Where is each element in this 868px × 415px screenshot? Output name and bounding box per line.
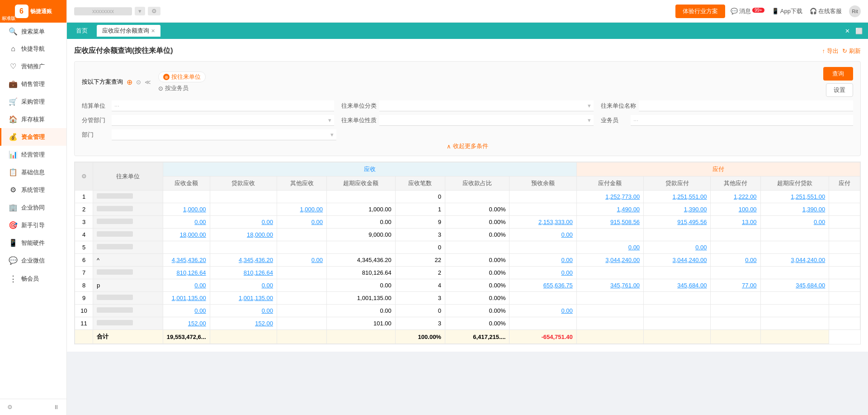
col-settings[interactable]: ⚙ [75,162,93,191]
cell-ap-overdue: 1,251,551.00 [760,191,829,203]
tab-home[interactable]: 首页 [71,25,93,37]
cell-ar-ratio: 0.00% [445,203,509,216]
collapse-btn[interactable]: ∧ 收起更多条件 [82,142,853,150]
cell-ap-amount: 3,044,240.00 [576,254,643,267]
sidebar-collapse-icon[interactable]: ⏸ [53,404,59,410]
sidebar-label-corp: 企业协同 [21,204,45,212]
sidebar-item-inventory[interactable]: 🏠 库存核算 [0,110,66,128]
sidebar-item-sales[interactable]: 💼 销售管理 [0,75,66,93]
cell-ar-count: 0 [395,241,445,254]
user-avatar[interactable]: Rit [849,5,861,17]
footer-ap-total: -654,751.40 [509,330,576,344]
cell-ap-other [711,305,760,317]
basic-icon: 📋 [9,168,18,176]
tab-ar-query[interactable]: 应收应付余额查询 ✕ [97,25,160,37]
cell-ar-ratio [445,191,509,203]
cell-ar-amount [163,241,210,254]
cell-ar-prepay: 0.00 [509,229,576,241]
cell-ar-ratio [445,241,509,254]
sidebar-label-system: 系统管理 [21,186,45,194]
footer-empty5 [576,330,643,344]
sidebar-item-guide[interactable]: 🎯 新手引导 [0,216,66,234]
cell-ap-other: 1,222.00 [711,191,760,203]
sidebar-label-fund: 资金管理 [21,133,45,141]
tab-window-close[interactable]: ✕ [845,28,850,34]
filter-label-partner-nature: 往来单位性质 [341,116,377,124]
filter-settings-icon[interactable]: ⊙ [136,79,141,86]
notification-area[interactable]: 💬 消息 99+ [731,7,764,15]
filter-partner-name-input[interactable] [639,100,853,111]
query-btn[interactable]: 查询 [823,67,853,81]
col-ar-ratio: 应收款占比 [445,176,509,191]
tab-home-label: 首页 [76,27,88,35]
cell-ar-loan [210,191,277,203]
sidebar-item-system[interactable]: ⚙ 系统管理 [0,181,66,199]
trial-btn[interactable]: 体验行业方案 [675,5,725,18]
sidebar-item-member[interactable]: ⋮ 畅会员 [0,269,66,288]
sidebar-item-operation[interactable]: 📊 经营管理 [0,146,66,163]
sidebar-settings-icon[interactable]: ⚙ [7,404,13,410]
cell-ar-ratio: 0.00% [445,254,509,267]
setting-btn[interactable]: 设置 [826,83,853,97]
footer-ar-prepay: 6,417,215.... [445,330,509,344]
tab-close-icon[interactable]: ✕ [151,28,155,34]
filter-dept-select[interactable]: ▾ [112,115,334,126]
sidebar-item-search[interactable]: 🔍 搜索菜单 [0,23,66,40]
sidebar-item-basic[interactable]: 📋 基础信息 [0,163,66,181]
filter-settlement-select[interactable]: ··· [112,100,334,111]
breadcrumb: xxxxxxxx ▾ ⚙ [74,7,670,15]
cell-ar-loan: 0.00 [210,305,277,317]
download-area[interactable]: 📱 App下载 [772,7,802,15]
cell-ap-overdue: 0.00 [760,216,829,229]
sidebar-item-marketing[interactable]: ♡ 营销推广 [0,57,66,75]
cell-ap-other [711,317,760,330]
cell-ap-tail [829,203,860,216]
cell-ar-amount: 1,000.00 [163,203,210,216]
sidebar-item-quick[interactable]: ⌂ 快捷导航 [0,40,66,57]
sidebar-item-fund[interactable]: 💰 资金管理 [0,128,66,146]
sidebar-item-corp[interactable]: 🏢 企业协同 [0,199,66,216]
cell-ar-ratio: 0.00% [445,229,509,241]
topnav-gear-icon[interactable]: ⚙ [148,7,160,15]
filter-sub-dept-select[interactable]: ▾ [112,129,336,140]
filter-add-btn[interactable]: ⊕ [127,78,132,86]
sidebar-item-purchase[interactable]: 🛒 采购管理 [0,93,66,110]
tab-maximize[interactable]: ⬜ [855,28,863,34]
filter-partner-cat-select[interactable]: ▾ [379,100,594,111]
cell-ap-tail [829,317,860,330]
cell-ap-other [711,267,760,279]
filter-item-settlement: 结算单位 ··· [82,100,334,111]
cell-ar-overdue [327,241,396,254]
cell-partner [93,317,163,330]
cell-ar-other [277,292,326,305]
cell-ap-amount [576,229,643,241]
cell-ar-prepay: 0.00 [509,305,576,317]
sidebar-label-member: 畅会员 [21,275,39,283]
table-row: 11152.00152.00101.0030.00% [75,317,860,330]
tab-ar-label: 应收应付余额查询 [102,27,149,35]
service-area[interactable]: 🎧 在线客服 [810,7,842,15]
cell-ar-other [277,279,326,292]
cell-no: 1 [75,191,93,203]
filter-sub-dept-chevron: ▾ [330,131,334,138]
logo-icon: 6 [15,5,28,18]
sales-icon: 💼 [9,80,18,88]
filter-group1-tag[interactable]: ⊕ 按往来单位 [158,72,206,82]
filter-collapse-left[interactable]: ≪ [145,79,151,86]
filter-partner-nature-select[interactable]: ▾ [379,115,594,126]
export-btn[interactable]: ↑ 导出 [822,47,839,55]
filter-settlement-dots: ··· [114,102,119,109]
filter-group2-tag[interactable]: ⊙ 按业务员 [158,84,206,92]
sidebar-label-purchase: 采购管理 [21,98,45,106]
topnav-right: 💬 消息 99+ 📱 App下载 🎧 在线客服 Rit [731,5,861,17]
main-area: xxxxxxxx ▾ ⚙ 体验行业方案 💬 消息 99+ 📱 App下载 🎧 在… [67,0,868,415]
sidebar-item-hardware[interactable]: 📱 智能硬件 [0,234,66,252]
col-ar-amount: 应收金额 [163,176,210,191]
cell-ap-overdue [760,229,829,241]
refresh-btn[interactable]: ↻ 刷新 [842,47,861,55]
sidebar-label-guide: 新手引导 [21,221,45,229]
footer-empty2 [210,330,277,344]
member-icon: ⋮ [9,274,18,284]
filter-salesman-select[interactable]: ··· [631,115,853,126]
sidebar-item-wechat[interactable]: 💬 企业微信 [0,252,66,269]
